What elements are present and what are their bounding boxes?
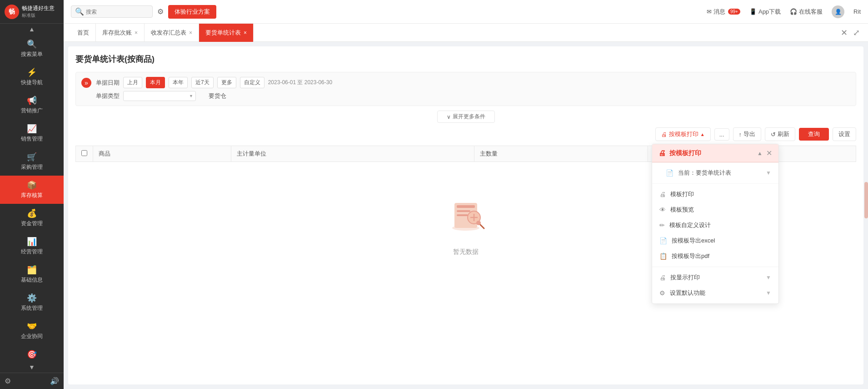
- action-bar: 🖨 按模板打印 ▲ ... ↑ 导出 ↺ 刷新 查询 设置 🖨 按模板打印: [75, 127, 856, 141]
- dropdown-item-export-excel[interactable]: 📄 按模板导出excel: [652, 233, 778, 248]
- tab-collection[interactable]: 收发存汇总表 ×: [145, 24, 199, 42]
- goods-label: 要货仓: [209, 92, 226, 100]
- sidebar-item-finance[interactable]: 💰 资金管理: [0, 204, 64, 232]
- settings-bottom-icon[interactable]: ⚙: [5, 377, 11, 385]
- export-icon: ↑: [739, 131, 742, 138]
- date-btn-7days[interactable]: 近7天: [191, 77, 214, 88]
- sidebar: 畅 畅捷通好生意 标准版 ▲ 🔍 搜索菜单 ⚡ 快捷导航 📢 营销推广 📈 销售…: [0, 0, 64, 389]
- dropdown-item-template-preview[interactable]: 👁 模板预览: [652, 202, 778, 217]
- tabs-right-controls: ✕ ⤢: [840, 27, 861, 39]
- dropdown-item-display-print[interactable]: 🖨 按显示打印 ▼: [652, 270, 778, 285]
- topbar-search-box[interactable]: 🔍: [71, 5, 153, 18]
- volume-icon[interactable]: 🔊: [50, 377, 59, 385]
- date-btn-more[interactable]: 更多: [217, 77, 236, 88]
- filter-row-type: 单据类型 要货仓: [96, 91, 332, 101]
- sidebar-item-collab[interactable]: 🤝 企业协同: [0, 317, 64, 345]
- dropdown-main-section: 🖨 模板打印 👁 模板预览 ✏ 模板自定义设计 📄 按模板导出excel: [652, 184, 778, 267]
- template-print-button[interactable]: 🖨 按模板打印 ▲: [655, 127, 711, 141]
- page-title: 要货单统计表(按商品): [75, 54, 856, 65]
- dropdown-current-item[interactable]: 📄 当前：要货单统计表 ▼: [652, 165, 778, 181]
- app-name: 畅捷通好生意: [22, 5, 55, 12]
- app-download-btn[interactable]: 📱 App下载: [749, 8, 781, 16]
- search-icon-top: 🔍: [75, 7, 84, 16]
- type-select[interactable]: [123, 91, 196, 101]
- tab-close-icon[interactable]: ✕: [840, 27, 848, 39]
- sidebar-item-quicknav[interactable]: ⚡ 快捷导航: [0, 63, 64, 91]
- dropdown-collapse-btn[interactable]: ▲: [757, 150, 763, 157]
- sidebar-item-guide[interactable]: 🎯 新手引导: [0, 345, 64, 362]
- sidebar-item-sales[interactable]: 📈 销售管理: [0, 119, 64, 147]
- logo-icon: 畅: [5, 5, 19, 19]
- sidebar-item-system[interactable]: ⚙️ 系统管理: [0, 288, 64, 317]
- col-header-goods: 商品: [93, 146, 231, 162]
- sidebar-item-inventory[interactable]: 📦 库存核算: [0, 176, 64, 204]
- export-button[interactable]: ↑ 导出: [733, 127, 762, 141]
- dropdown-close-btn[interactable]: ✕: [766, 149, 772, 157]
- type-label: 单据类型: [96, 92, 120, 100]
- topbar-gear-icon[interactable]: ⚙: [157, 7, 164, 16]
- dropdown-item-export-pdf[interactable]: 📋 按模板导出pdf: [652, 248, 778, 264]
- sidebar-label-system: 系统管理: [21, 304, 43, 312]
- svg-rect-2: [457, 205, 475, 208]
- sidebar-scroll-down[interactable]: ▼: [0, 362, 64, 373]
- tab-home-label: 首页: [77, 29, 89, 37]
- export-label: 导出: [743, 130, 755, 138]
- tab-home[interactable]: 首页: [71, 24, 96, 42]
- select-all-checkbox[interactable]: [81, 150, 87, 156]
- filter-row-date: 单据日期 上月 本月 本年 近7天 更多 自定义 2023-06-01 至 20…: [96, 77, 332, 88]
- filter-expand-button[interactable]: »: [81, 78, 91, 88]
- tab-batch-label: 库存批次账: [102, 29, 132, 37]
- sidebar-item-marketing[interactable]: 📢 营销推广: [0, 91, 64, 119]
- dropdown-item-template-design[interactable]: ✏ 模板自定义设计: [652, 217, 778, 233]
- refresh-button[interactable]: ↺ 刷新: [765, 127, 795, 141]
- sidebar-label-marketing: 营销推广: [21, 107, 43, 115]
- tab-maximize-icon[interactable]: ⤢: [852, 27, 861, 39]
- tab-order-stats-close[interactable]: ×: [244, 30, 247, 36]
- expand-more-label: 展开更多条件: [453, 113, 485, 121]
- messages-btn[interactable]: ✉ 消息 99+: [707, 8, 740, 16]
- dropdown-item-export-pdf-label: 按模板导出pdf: [672, 252, 771, 260]
- sidebar-label-purchase: 采购管理: [21, 163, 43, 171]
- tab-collection-close[interactable]: ×: [189, 30, 192, 36]
- sidebar-item-operation[interactable]: 📊 经营管理: [0, 232, 64, 260]
- sidebar-scroll-up[interactable]: ▲: [0, 24, 64, 35]
- sidebar-item-search[interactable]: 🔍 搜索菜单: [0, 35, 64, 63]
- more-button[interactable]: ...: [714, 128, 729, 141]
- date-btn-this-month[interactable]: 本月: [146, 77, 165, 88]
- type-select-wrapper: [123, 91, 196, 101]
- message-badge: 99+: [728, 9, 740, 15]
- tab-collection-label: 收发存汇总表: [151, 29, 186, 37]
- col-header-unit: 主计量单位: [231, 146, 474, 162]
- svg-rect-4: [457, 214, 468, 216]
- query-button[interactable]: 查询: [799, 128, 829, 141]
- trial-button[interactable]: 体验行业方案: [168, 5, 216, 19]
- customer-service-btn[interactable]: 🎧 在线客服: [790, 8, 823, 16]
- guide-icon: 🎯: [27, 349, 37, 359]
- display-print-arrow-icon: ▼: [766, 274, 771, 281]
- tab-order-stats[interactable]: 要货单统计表 ×: [199, 24, 254, 42]
- expand-more-button[interactable]: ∨ 展开更多条件: [437, 111, 495, 123]
- tab-batch[interactable]: 库存批次账 ×: [96, 24, 145, 42]
- date-range-display: 2023-06-01 至 2023-06-30: [268, 79, 332, 86]
- set-default-icon: ⚙: [659, 289, 665, 297]
- empty-text: 暂无数据: [453, 248, 479, 256]
- refresh-icon: ↺: [771, 131, 776, 138]
- sidebar-item-purchase[interactable]: 🛒 采购管理: [0, 147, 64, 176]
- date-btn-custom[interactable]: 自定义: [240, 77, 264, 88]
- basic-icon: 🗂️: [27, 265, 37, 275]
- sidebar-label-operation: 经营管理: [21, 248, 43, 256]
- dropdown-item-template-print[interactable]: 🖨 模板打印: [652, 187, 778, 202]
- tab-batch-close[interactable]: ×: [135, 30, 138, 36]
- set-default-arrow-icon: ▼: [766, 290, 771, 296]
- date-btn-last-month[interactable]: 上月: [123, 77, 142, 88]
- search-input[interactable]: [86, 9, 140, 15]
- refresh-label: 刷新: [778, 130, 789, 138]
- settings-button[interactable]: 设置: [833, 127, 856, 141]
- system-icon: ⚙️: [27, 293, 37, 303]
- dropdown-item-template-design-label: 模板自定义设计: [669, 221, 771, 229]
- tabs-bar: 首页 库存批次账 × 收发存汇总表 × 要货单统计表 × ✕ ⤢: [64, 24, 868, 42]
- sidebar-item-basic[interactable]: 🗂️ 基础信息: [0, 260, 64, 288]
- dropdown-item-set-default[interactable]: ⚙ 设置默认功能 ▼: [652, 285, 778, 301]
- date-btn-this-year[interactable]: 本年: [169, 77, 188, 88]
- user-avatar[interactable]: 👤: [832, 5, 844, 18]
